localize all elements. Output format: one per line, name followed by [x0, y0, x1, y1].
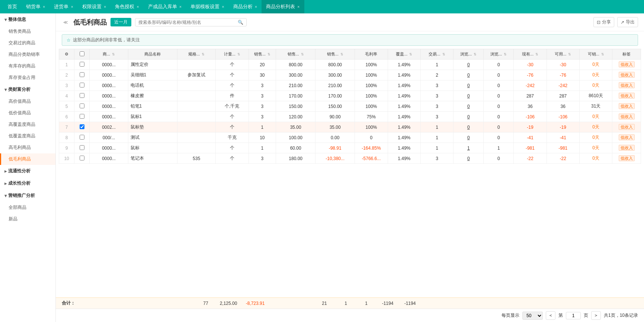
row-name-3[interactable]: 橡皮擦: [128, 91, 177, 101]
col-saledays-header[interactable]: 可销... ⇅: [579, 49, 612, 60]
row-view1-3[interactable]: 0: [454, 91, 484, 101]
sidebar-item-high-margin[interactable]: 高毛利商品: [0, 142, 55, 153]
col-view1-header[interactable]: 浏览... ⇅: [454, 49, 484, 60]
col-avail-header[interactable]: 可用... ⇅: [547, 49, 579, 60]
row-check-8[interactable]: [74, 143, 90, 153]
col-cover-header[interactable]: 覆盖... ⇅: [388, 49, 420, 60]
nav-product-analysis-list-close[interactable]: ×: [297, 4, 299, 9]
row-check-0[interactable]: [74, 60, 90, 70]
col-spec-header[interactable]: 规格... ⇅: [177, 49, 216, 60]
row-view1-6[interactable]: 0: [454, 122, 484, 133]
row-view1-7[interactable]: 0: [454, 133, 484, 143]
next-page-button[interactable]: ＞: [591, 311, 601, 320]
nav-product-entry-close[interactable]: ×: [179, 4, 182, 9]
sidebar-item-new-goods[interactable]: 新品: [0, 213, 55, 225]
sidebar-group-marketing[interactable]: ▾ 营销推广分析: [0, 189, 55, 202]
col-price-header[interactable]: 销售... ⇅: [276, 49, 315, 60]
row-check-9[interactable]: [74, 153, 90, 164]
nav-purchase[interactable]: 进货单 ×: [49, 0, 77, 13]
search-input[interactable]: [138, 20, 236, 25]
col-name-header[interactable]: 商品名称: [128, 49, 177, 60]
nav-home[interactable]: 首页: [3, 0, 22, 13]
select-all-checkbox[interactable]: [80, 51, 84, 56]
col-qty-header[interactable]: 销售... ⇅: [249, 49, 276, 60]
row-check-6[interactable]: [74, 122, 90, 133]
nav-permissions[interactable]: 权限设置 ×: [78, 0, 110, 13]
row-check-2[interactable]: [74, 80, 90, 91]
prev-page-button[interactable]: ＜: [546, 311, 555, 320]
row-name-0[interactable]: 属性定价: [128, 60, 177, 70]
row-checkbox-2[interactable]: [80, 83, 84, 87]
sidebar-item-low-coverage[interactable]: 低覆盖度商品: [0, 130, 55, 142]
nav-product-entry[interactable]: 产成品入库单 ×: [144, 0, 186, 13]
col-amount-header[interactable]: 销售... ⇅: [315, 49, 355, 60]
page-number-input[interactable]: [566, 312, 581, 319]
sidebar-item-category-rate[interactable]: 商品分类助销率: [0, 49, 55, 60]
col-checkbox[interactable]: [74, 49, 90, 60]
row-check-3[interactable]: [74, 91, 90, 101]
export-button[interactable]: ↗ 导出: [617, 17, 638, 27]
sidebar-group-overview[interactable]: ▾ 整体信息: [0, 13, 55, 26]
nav-sales[interactable]: 销货单 ×: [22, 0, 49, 13]
row-checkbox-4[interactable]: [80, 103, 84, 108]
page-size-select[interactable]: 50 100 200: [522, 312, 543, 320]
row-check-1[interactable]: [74, 70, 90, 80]
row-view1-4[interactable]: 0: [454, 101, 484, 112]
share-button[interactable]: ⊡ 分享: [593, 17, 614, 27]
row-name-6[interactable]: 鼠标垫: [128, 122, 177, 133]
row-view1-9[interactable]: 0: [454, 153, 484, 164]
filter-period-button[interactable]: 近一月: [110, 18, 131, 26]
sidebar-item-high-coverage[interactable]: 高覆盖度商品: [0, 119, 55, 130]
col-code-header[interactable]: 商... ⇅: [90, 49, 128, 60]
col-tag-header[interactable]: 标签: [612, 49, 641, 60]
sidebar-group-wealth[interactable]: ▾ 类财富分析: [0, 83, 55, 96]
row-view1-0[interactable]: 0: [454, 60, 484, 70]
row-view1-1[interactable]: 0: [454, 70, 484, 80]
row-checkbox-5[interactable]: [80, 114, 84, 119]
nav-roles-close[interactable]: ×: [137, 4, 139, 9]
row-view1-2[interactable]: 0: [454, 80, 484, 91]
col-unit-header[interactable]: 计量... ⇅: [216, 49, 249, 60]
sidebar-item-traded-goods[interactable]: 交易过的商品: [0, 37, 55, 49]
nav-sales-close[interactable]: ×: [43, 4, 45, 9]
sidebar-item-capital-usage[interactable]: 库存资金占用: [0, 72, 55, 83]
search-box[interactable]: 🔍: [135, 18, 247, 26]
nav-roles[interactable]: 角色授权 ×: [110, 0, 143, 13]
sidebar-group-growth[interactable]: ▸ 成长性分析: [0, 177, 55, 189]
row-check-7[interactable]: [74, 133, 90, 143]
sidebar-item-all-goods[interactable]: 全部商品: [0, 202, 55, 213]
row-name-2[interactable]: 电话机: [128, 80, 177, 91]
col-view2-header[interactable]: 浏览... ⇅: [484, 49, 514, 60]
sidebar-item-low-value[interactable]: 低价值商品: [0, 107, 55, 119]
nav-template[interactable]: 单据模板设置 ×: [186, 0, 228, 13]
row-name-7[interactable]: 测试: [128, 133, 177, 143]
sidebar-item-low-margin[interactable]: 低毛利商品: [0, 153, 55, 165]
row-name-1[interactable]: 吴细细1: [128, 70, 177, 80]
nav-product-analysis-list[interactable]: 商品分析列表 ×: [262, 0, 304, 13]
row-checkbox-3[interactable]: [80, 93, 84, 98]
row-name-9[interactable]: 笔记本: [128, 153, 177, 164]
sidebar-group-circulation[interactable]: ▸ 流通性分析: [0, 165, 55, 177]
col-trade-header[interactable]: 交易... ⇅: [420, 49, 453, 60]
nav-product-analysis-close[interactable]: ×: [255, 4, 257, 9]
row-checkbox-6[interactable]: [80, 124, 84, 129]
sidebar-item-high-value[interactable]: 高价值商品: [0, 96, 55, 107]
nav-template-close[interactable]: ×: [222, 4, 224, 9]
row-name-5[interactable]: 鼠标1: [128, 112, 177, 122]
row-name-8[interactable]: 鼠标: [128, 143, 177, 153]
row-checkbox-8[interactable]: [80, 145, 84, 150]
row-name-4[interactable]: 铅笔1: [128, 101, 177, 112]
row-checkbox-0[interactable]: [80, 62, 84, 67]
nav-permissions-close[interactable]: ×: [104, 4, 106, 9]
nav-purchase-close[interactable]: ×: [71, 4, 73, 9]
row-check-4[interactable]: [74, 101, 90, 112]
col-settings[interactable]: ⚙: [59, 49, 74, 60]
col-gross-header[interactable]: 毛利率: [355, 49, 388, 60]
sidebar-item-sales-goods[interactable]: 销售类商品: [0, 26, 55, 37]
row-checkbox-7[interactable]: [80, 135, 84, 140]
row-view1-5[interactable]: 0: [454, 112, 484, 122]
row-view1-8[interactable]: 1: [454, 143, 484, 153]
col-stock-header[interactable]: 现有... ⇅: [514, 49, 547, 60]
nav-product-analysis[interactable]: 商品分析 ×: [229, 0, 262, 13]
sidebar-collapse-btn[interactable]: ≪: [62, 20, 70, 25]
